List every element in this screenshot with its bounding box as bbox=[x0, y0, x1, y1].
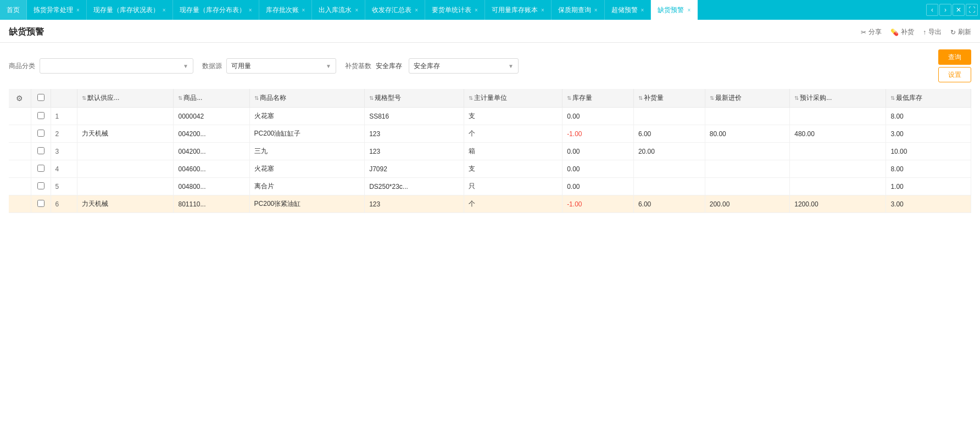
row-checkbox-cell[interactable] bbox=[31, 160, 51, 178]
replenish-base-label: 补货基数 bbox=[345, 61, 371, 71]
row-num-cell: 4 bbox=[51, 160, 77, 178]
query-button[interactable]: 查询 bbox=[938, 49, 971, 65]
replenish-button[interactable]: 💊 补货 bbox=[890, 27, 914, 37]
refresh-button[interactable]: ↻ 刷新 bbox=[950, 27, 971, 37]
replenish-qty-column-header[interactable]: ⇅补货量 bbox=[633, 89, 705, 108]
category-select[interactable]: ▼ bbox=[40, 58, 193, 74]
replenish-qty-cell bbox=[633, 160, 705, 178]
select-all-checkbox[interactable] bbox=[37, 94, 44, 101]
tab-item-inventory-dist[interactable]: 现存量（库存分布表）× bbox=[173, 0, 259, 20]
replenish-base-select[interactable]: 安全库存 ▼ bbox=[409, 58, 519, 74]
tab-close-btn[interactable]: × bbox=[415, 7, 418, 13]
default-supplier-cell: 力天机械 bbox=[77, 125, 174, 143]
filter-action-buttons: 查询 设置 bbox=[938, 49, 971, 82]
row-checkbox-cell[interactable] bbox=[31, 195, 51, 213]
tab-item-batch-account[interactable]: 库存批次账× bbox=[259, 0, 313, 20]
tab-close-btn[interactable]: × bbox=[594, 7, 598, 13]
settings-button[interactable]: 设置 bbox=[938, 67, 971, 82]
spec-model-column-header[interactable]: ⇅规格型号 bbox=[365, 89, 464, 108]
min-stock-cell: 10.00 bbox=[886, 143, 971, 160]
replenish-qty-cell: 6.00 bbox=[633, 125, 705, 143]
row-checkbox[interactable] bbox=[37, 165, 44, 172]
row-checkbox[interactable] bbox=[37, 182, 44, 189]
rownum-column-header bbox=[51, 89, 77, 108]
tab-close-btn[interactable]: × bbox=[302, 7, 305, 13]
chevron-down-icon-3: ▼ bbox=[508, 63, 514, 69]
data-table: ⚙ ⇅默认供应... ⇅商品... ⇅商品名称 bbox=[9, 89, 971, 213]
sort-icon-7: ⇅ bbox=[638, 95, 643, 101]
checkbox-column-header[interactable] bbox=[31, 89, 51, 108]
tab-item-overstock[interactable]: 超储预警× bbox=[605, 0, 652, 20]
tab-label: 现存量（库存分布表） bbox=[180, 5, 246, 15]
tab-close-btn[interactable]: × bbox=[475, 7, 478, 13]
page-header: 缺货预警 ✂ 分享 💊 补货 ↑ 导出 ↻ 刷新 bbox=[0, 20, 980, 43]
tab-close-btn[interactable]: × bbox=[163, 7, 166, 13]
header-actions: ✂ 分享 💊 补货 ↑ 导出 ↻ 刷新 bbox=[861, 27, 971, 37]
tab-label: 保质期查询 bbox=[558, 5, 591, 15]
spec-model-cell: DS250*23c... bbox=[365, 178, 464, 195]
latest-price-column-header[interactable]: ⇅最新进价 bbox=[705, 89, 790, 108]
tab-close-btn[interactable]: × bbox=[641, 7, 644, 13]
spec-model-cell: J7092 bbox=[365, 160, 464, 178]
est-purchase-cell bbox=[790, 178, 886, 195]
latest-price-cell bbox=[705, 108, 790, 125]
tab-item-stockout[interactable]: 缺货预警× bbox=[651, 0, 698, 20]
tab-item-inout-flow[interactable]: 出入库流水× bbox=[312, 0, 365, 20]
datasource-select[interactable]: 可用量 ▼ bbox=[226, 58, 336, 74]
settings-column-header[interactable]: ⚙ bbox=[9, 89, 31, 108]
row-checkbox-cell[interactable] bbox=[31, 125, 51, 143]
tab-close-btn[interactable]: × bbox=[541, 7, 544, 13]
default-supplier-column-header[interactable]: ⇅默认供应... bbox=[77, 89, 174, 108]
row-checkbox[interactable] bbox=[37, 200, 44, 207]
tab-fullscreen-button[interactable]: ⛶ bbox=[966, 4, 978, 16]
stock-qty-cell: 0.00 bbox=[563, 108, 634, 125]
min-stock-column-header[interactable]: ⇅最低库存 bbox=[886, 89, 971, 108]
product-code-cell: 004800... bbox=[174, 178, 249, 195]
stock-qty-column-header[interactable]: ⇅库存量 bbox=[563, 89, 634, 108]
datasource-filter-group: 数据源 可用量 ▼ bbox=[202, 58, 336, 74]
tab-item-home[interactable]: 首页 bbox=[0, 0, 27, 20]
tab-close-all-button[interactable]: ✕ bbox=[953, 4, 965, 16]
datasource-label: 数据源 bbox=[202, 61, 222, 71]
unit-cell: 支 bbox=[464, 160, 562, 178]
row-checkbox-cell[interactable] bbox=[31, 108, 51, 125]
stock-qty-cell: -1.00 bbox=[563, 195, 634, 213]
unit-column-header[interactable]: ⇅主计量单位 bbox=[464, 89, 562, 108]
tab-item-abnormal[interactable]: 拣货异常处理× bbox=[27, 0, 87, 20]
tab-label: 缺货预警 bbox=[658, 5, 684, 15]
tab-bar: 首页拣货异常处理×现存量（库存状况表）×现存量（库存分布表）×库存批次账×出入库… bbox=[0, 0, 980, 20]
table-row: 1 0000042 火花塞 SS816 支 0.00 8.00 bbox=[9, 108, 971, 125]
tab-prev-button[interactable]: ‹ bbox=[926, 4, 938, 16]
tab-item-available-ledger[interactable]: 可用量库存账本× bbox=[485, 0, 552, 20]
latest-price-cell bbox=[705, 160, 790, 178]
row-checkbox-cell[interactable] bbox=[31, 143, 51, 160]
tab-close-btn[interactable]: × bbox=[687, 7, 691, 13]
tab-item-inventory-status[interactable]: 现存量（库存状况表）× bbox=[87, 0, 173, 20]
gear-icon[interactable]: ⚙ bbox=[16, 94, 23, 103]
row-settings-cell bbox=[9, 160, 31, 178]
export-button[interactable]: ↑ 导出 bbox=[923, 27, 942, 37]
row-checkbox[interactable] bbox=[37, 112, 44, 119]
unit-cell: 只 bbox=[464, 178, 562, 195]
tab-next-button[interactable]: › bbox=[939, 4, 951, 16]
tab-close-btn[interactable]: × bbox=[76, 7, 80, 13]
default-supplier-cell: 力天机械 bbox=[77, 195, 174, 213]
product-name-column-header[interactable]: ⇅商品名称 bbox=[249, 89, 365, 108]
tab-close-btn[interactable]: × bbox=[355, 7, 358, 13]
tab-close-btn[interactable]: × bbox=[249, 7, 252, 13]
tab-item-receipt-summary[interactable]: 收发存汇总表× bbox=[365, 0, 425, 20]
tab-label: 出入库流水 bbox=[319, 5, 352, 15]
tab-item-demand-stat[interactable]: 要货单统计表× bbox=[425, 0, 485, 20]
latest-price-cell: 200.00 bbox=[705, 195, 790, 213]
tab-label: 超储预警 bbox=[611, 5, 638, 15]
tab-item-expiry-query[interactable]: 保质期查询× bbox=[552, 0, 605, 20]
product-code-column-header[interactable]: ⇅商品... bbox=[174, 89, 249, 108]
table-row: 5 004800... 离合片 DS250*23c... 只 0.00 1.00 bbox=[9, 178, 971, 195]
share-button[interactable]: ✂ 分享 bbox=[861, 27, 882, 37]
row-checkbox-cell[interactable] bbox=[31, 178, 51, 195]
est-purchase-cell: 1200.00 bbox=[790, 195, 886, 213]
est-purchase-column-header[interactable]: ⇅预计采购... bbox=[790, 89, 886, 108]
stock-qty-cell: 0.00 bbox=[563, 160, 634, 178]
row-checkbox[interactable] bbox=[37, 147, 44, 154]
row-checkbox[interactable] bbox=[37, 130, 44, 137]
